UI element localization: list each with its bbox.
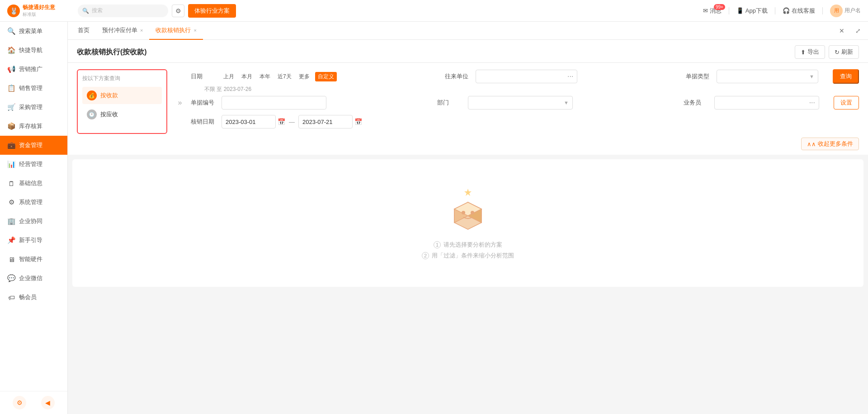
sidebar-bottom: ⚙ ◀ — [0, 391, 67, 414]
empty-state: 1 请先选择要分析的方案 2 用「过滤」条件来缩小分析范围 — [72, 159, 863, 287]
sidebar-item-wechat[interactable]: 💬 企业微信 — [0, 269, 67, 288]
step-2-num: 2 — [422, 252, 429, 259]
date-btn-this-year[interactable]: 本年 — [258, 72, 272, 81]
app-download-btn[interactable]: 📱 App下载 — [736, 7, 768, 15]
headset-icon: 🎧 — [783, 7, 790, 14]
dept-label: 部门 — [437, 99, 461, 107]
sidebar-item-enterprise[interactable]: 🏢 企业协同 — [0, 212, 67, 231]
tab-home[interactable]: 首页 — [71, 22, 96, 40]
doc-no-label: 单据编号 — [191, 99, 214, 107]
cal-end-icon[interactable]: 📅 — [354, 118, 362, 125]
counterparty-label: 往来单位 — [445, 72, 468, 81]
sidebar-item-sales[interactable]: 📋 销售管理 — [0, 79, 67, 98]
sidebar-item-basic-info[interactable]: 🗒 基础信息 — [0, 174, 67, 193]
setting-btn[interactable]: 设置 — [834, 96, 859, 109]
doc-type-chevron: ▼ — [809, 74, 814, 79]
sidebar-item-inventory[interactable]: 📦 库存核算 — [0, 117, 67, 136]
sidebar-item-operations[interactable]: 📊 经营管理 — [0, 155, 67, 174]
date-btn-7days[interactable]: 近7天 — [276, 72, 293, 81]
layout: 🔍 搜索菜单 🏠 快捷导航 📢 营销推广 📋 销售管理 🛒 采购管理 📦 库存核… — [0, 22, 868, 414]
counterparty-dots[interactable]: ··· — [567, 72, 573, 81]
expand-tab-btn[interactable]: ⤢ — [852, 24, 864, 37]
staff-dots[interactable]: ··· — [809, 99, 815, 107]
empty-hint-1: 1 请先选择要分析的方案 — [434, 241, 502, 249]
svg-point-5 — [471, 211, 474, 214]
search-bar[interactable]: 🔍 搜索 — [78, 5, 168, 17]
sidebar-item-purchase[interactable]: 🛒 采购管理 — [0, 98, 67, 117]
tab-bar: 首页 预付冲应付单 × 收款核销执行 × ✕ ⤢ — [68, 22, 868, 40]
receipt-icon: 💰 — [87, 90, 97, 100]
dept-select[interactable]: ▼ — [468, 96, 573, 109]
username-label: 用户名 — [844, 7, 861, 14]
sidebar-collapse-btn[interactable]: ◀ — [41, 396, 55, 409]
sidebar: 🔍 搜索菜单 🏠 快捷导航 📢 营销推广 📋 销售管理 🛒 采购管理 📦 库存核… — [0, 22, 68, 414]
filter-option-receipt[interactable]: 💰 按收款 — [82, 87, 162, 104]
tab-prepaid-close[interactable]: × — [140, 28, 143, 33]
date-range-note: 不限 至 2023-07-26 — [204, 86, 859, 93]
filter-panel: 按以下方案查询 💰 按收款 🕐 按应收 » 日期 — [68, 63, 868, 138]
sidebar-item-system[interactable]: ⚙ 系统管理 — [0, 193, 67, 212]
verify-date-start-input[interactable] — [222, 115, 276, 128]
doc-type-select[interactable]: ▼ — [717, 70, 818, 83]
close-tab-btn[interactable]: ✕ — [835, 24, 848, 37]
settings-icon[interactable]: ⚙ — [172, 5, 184, 17]
date-btn-custom[interactable]: 自定义 — [315, 72, 337, 81]
sidebar-item-guide[interactable]: 📌 新手引导 — [0, 231, 67, 250]
online-service-btn[interactable]: 🎧 在线客服 — [783, 7, 815, 15]
page-area: 收款核销执行(按收款) ⬆ 导出 ↻ 刷新 — [68, 40, 868, 414]
doc-type-label: 单据类型 — [686, 72, 709, 81]
sidebar-item-marketing[interactable]: 📢 营销推广 — [0, 60, 67, 79]
date-btn-last-month[interactable]: 上月 — [222, 72, 236, 81]
enterprise-icon: 🏢 — [7, 217, 15, 225]
refresh-btn[interactable]: ↻ 刷新 — [829, 45, 859, 59]
collapse-conditions-btn[interactable]: ∧∧ 收起更多条件 — [801, 138, 859, 150]
tab-receipt-verify-close[interactable]: × — [193, 28, 196, 33]
staff-select[interactable]: ··· — [714, 96, 819, 109]
search-icon: 🔍 — [82, 8, 89, 14]
sidebar-settings-btn[interactable]: ⚙ — [13, 396, 26, 409]
date-btns: 上月 本月 本年 近7天 更多 自定义 — [222, 72, 337, 81]
date-dash: — — [289, 119, 295, 125]
empty-hint-2: 2 用「过滤」条件来缩小分析范围 — [422, 252, 514, 260]
page-title: 收款核销执行(按收款) — [77, 48, 147, 57]
export-btn[interactable]: ⬆ 导出 — [795, 45, 825, 59]
verify-date-label: 核销日期 — [191, 118, 214, 126]
sales-icon: 📋 — [7, 84, 15, 92]
filter-collapse-btn[interactable]: » — [176, 71, 184, 134]
verify-date-end-input[interactable] — [298, 115, 353, 128]
cal-start-icon[interactable]: 📅 — [278, 118, 285, 125]
step-1-num: 1 — [434, 241, 441, 248]
finance-icon: 💼 — [7, 141, 15, 149]
filter-option-receivable[interactable]: 🕐 按应收 — [82, 106, 162, 123]
divider3 — [822, 7, 823, 14]
filter-row-3: 核销日期 📅 — 📅 — [191, 115, 859, 128]
basic-info-icon: 🗒 — [7, 180, 15, 187]
message-btn[interactable]: ✉ 消息 99+ — [703, 7, 722, 15]
dept-chevron: ▼ — [564, 100, 569, 105]
logo-icon: 🐰 — [7, 5, 20, 17]
sidebar-item-member[interactable]: 🏷 畅会员 — [0, 288, 67, 307]
chevron-up-icon: ∧∧ — [807, 141, 816, 148]
sidebar-item-finance[interactable]: 💼 资金管理 — [0, 136, 67, 155]
receivable-icon: 🕐 — [87, 109, 97, 119]
export-icon: ⬆ — [801, 49, 806, 56]
doc-no-input[interactable] — [222, 96, 326, 109]
date-btn-more[interactable]: 更多 — [297, 72, 311, 81]
system-icon: ⚙ — [7, 198, 15, 206]
page-title-row: 收款核销执行(按收款) ⬆ 导出 ↻ 刷新 — [77, 45, 859, 62]
sidebar-item-hardware[interactable]: 🖥 智能硬件 — [0, 250, 67, 269]
top-right-actions: ✉ 消息 99+ 📱 App下载 🎧 在线客服 用 用户名 — [703, 5, 861, 17]
user-avatar[interactable]: 用 用户名 — [830, 5, 861, 17]
counterparty-select[interactable]: ··· — [476, 70, 577, 83]
query-btn[interactable]: 查询 — [833, 69, 859, 84]
date-btn-this-month[interactable]: 本月 — [240, 72, 254, 81]
sidebar-item-quick-nav[interactable]: 🏠 快捷导航 — [0, 41, 67, 60]
tab-receipt-verify[interactable]: 收款核销执行 × — [149, 22, 203, 40]
avatar: 用 — [830, 5, 843, 17]
sidebar-item-search-menu[interactable]: 🔍 搜索菜单 — [0, 22, 67, 41]
tab-bar-actions: ✕ ⤢ — [835, 24, 864, 37]
tab-prepaid[interactable]: 预付冲应付单 × — [96, 22, 149, 40]
industry-btn[interactable]: 体验行业方案 — [188, 4, 236, 18]
filter-right-panel: 日期 上月 本月 本年 近7天 更多 自定义 往来单位 — [191, 69, 859, 134]
purchase-icon: 🛒 — [7, 103, 15, 111]
